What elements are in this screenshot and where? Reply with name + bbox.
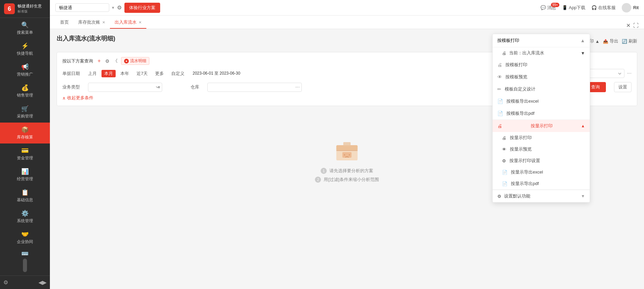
sidebar-item-enterprise[interactable]: 🤝 企业协同 [0,227,50,248]
export-label: 导出 [610,38,618,44]
warehouse-more-icon[interactable]: ··· [295,84,300,90]
dropdown-item-label: 按模板导出pdf [506,110,534,116]
date-option-custom[interactable]: 自定义 [169,70,187,77]
dropdown-footer-label-wrap: ⚙ 设置默认功能 [497,193,530,199]
business-type-chevron-icon[interactable]: ▾ [158,84,160,90]
business-type-field: ▾ [88,83,162,92]
refresh-label: 刷新 [628,38,637,44]
sidebar-item-label: 采购管理 [17,113,33,119]
date-option-more[interactable]: 更多 [152,70,167,77]
display-section-header[interactable]: 🖨 按显示打印 ▲ [493,120,590,132]
dropdown-footer-label: 设置默认功能 [504,193,530,199]
tab-batch-account[interactable]: 库存批次账 ✕ [74,17,110,29]
refresh-icon: 🔄 [622,39,627,44]
doc-type-more-icon[interactable]: ··· [627,70,632,76]
collapse-sidebar-icon[interactable]: ◀▶ [38,279,47,286]
dropdown-title: 按模板打印 [497,37,519,44]
close-tab-button[interactable]: ✕ [626,22,631,29]
tab-inout-flow-close[interactable]: ✕ [139,20,142,25]
dropdown-collapse-icon[interactable]: ▲ [580,38,585,43]
dropdown-current-chevron: ▼ [581,51,585,56]
dropdown-template-excel[interactable]: 📄 按模板导出excel [493,95,590,107]
sidebar-item-search-menu[interactable]: 🔍 搜索菜单 [0,18,50,39]
avatar [622,3,631,12]
topbar-search-input[interactable] [55,3,109,12]
sidebar-item-sales[interactable]: 💰 销售管理 [0,81,50,102]
current-icon: 🖨 [502,51,506,56]
sidebar-item-label: 快捷导航 [17,51,33,56]
dropdown-item-label: 按模板预览 [505,74,527,80]
headset-icon: 🎧 [591,5,597,10]
export-button[interactable]: 📤 导出 [603,38,618,44]
date-option-last-7[interactable]: 近7天 [134,70,150,77]
sidebar-item-basic-info[interactable]: 📋 基础信息 [0,185,50,206]
dropdown-sub-item-label: 按显示打印设置 [509,158,540,164]
topbar-dropdown-icon[interactable]: ▾ [112,5,114,10]
dropdown-display-print[interactable]: 🖨 按显示打印 [493,132,590,143]
expand-button[interactable]: ⛶ [633,23,639,29]
sidebar-item-operations[interactable]: 📊 经营管理 [0,164,50,185]
page-content: 出入库流水(流水明细) 🖨 按模板打印 ▲ 📤 导出 🔄 刷新 [50,29,644,289]
message-button[interactable]: 💬 消息 99+ [540,5,556,11]
filter-add-button[interactable]: ＋ [96,57,102,64]
display-section-chevron: ▲ [581,124,585,128]
preview-icon: 👁 [497,74,502,80]
refresh-button[interactable]: 🔄 刷新 [622,38,637,44]
tab-batch-account-close[interactable]: ✕ [102,20,105,25]
dropdown-display-pdf[interactable]: 📄 按显示导出pdf [493,178,590,189]
sidebar-item-marketing[interactable]: 📢 营销推广 [0,60,50,81]
display-section-title: 按显示打印 [531,123,553,129]
tab-inout-flow[interactable]: 出入库流水 ✕ [110,17,146,29]
topbar-settings-icon[interactable]: ⚙ [117,4,122,11]
app-download-button[interactable]: 📱 App下载 [562,5,585,11]
sidebar-item-guide[interactable]: 🆕 新手引导 [0,248,50,255]
dropdown-current-item[interactable]: 🖨 当前：出入库流水 ▼ [493,47,590,59]
dropdown-template-preview[interactable]: 👁 按模板预览 [493,71,590,83]
filter-gear-button[interactable]: ⚙ [105,58,110,64]
sidebar-item-inventory[interactable]: 📦 库存核算 [0,123,50,143]
dropdown-template-pdf[interactable]: 📄 按模板导出pdf [493,107,590,120]
dropdown-display-preview[interactable]: 👁 按显示预览 [493,143,590,155]
industry-solution-button[interactable]: 体验行业方案 [124,3,160,13]
tab-home[interactable]: 首页 [55,17,74,29]
date-option-this-year[interactable]: 本年 [118,70,132,77]
tab-home-label: 首页 [60,19,69,25]
topbar-right: 💬 消息 99+ 📱 App下载 🎧 在线客服 Rit [540,3,639,12]
sidebar-item-label: 营销推广 [17,72,33,77]
export-icon: 📤 [603,39,608,44]
settings-button[interactable]: 设置 [614,82,632,92]
finance-icon: 💳 [21,147,29,154]
filter-collapse-button[interactable]: 《 [113,58,118,64]
online-service-button[interactable]: 🎧 在线客服 [591,5,616,11]
sidebar-item-quick-nav[interactable]: ⚡ 快捷导航 [0,39,50,60]
date-option-last-month[interactable]: 上月 [85,70,99,77]
print-icon: 🖨 [497,62,502,68]
sidebar-item-finance[interactable]: 💳 资金管理 [0,143,50,164]
purchase-icon: 🛒 [21,105,29,112]
date-option-this-month[interactable]: 本月 [101,70,116,77]
date-filter: 上月 本月 本年 近7天 更多 自定义 [85,70,187,77]
business-type-label: 业务类型 [62,84,80,90]
warehouse-label: 仓库 [191,84,199,90]
app-download-label: App下载 [569,5,585,11]
dropdown-display-excel[interactable]: 📄 按显示导出excel [493,166,590,178]
warehouse-input[interactable] [207,83,302,92]
marketing-icon: 📢 [21,63,29,71]
dropdown-template-print[interactable]: 🖨 按模板打印 [493,59,590,71]
dropdown-template-custom[interactable]: ✏ 模板自定义设计 [493,83,590,95]
sidebar-item-purchase[interactable]: 🛒 采购管理 [0,102,50,123]
dropdown-footer[interactable]: ⚙ 设置默认功能 ▼ [493,190,590,202]
sidebar-scrollbar-thumb[interactable] [23,259,27,272]
business-type-select[interactable] [88,83,162,92]
sidebar-item-label: 库存核算 [17,134,33,140]
guide-icon: 🆕 [21,252,29,255]
app-download-icon: 📱 [562,5,567,10]
filter-tag-label: 流水明细 [130,58,146,64]
message-icon: 💬 [540,5,546,10]
settings-icon[interactable]: ⚙ [3,279,8,286]
search-menu-icon: 🔍 [21,21,29,29]
custom-design-icon: ✏ [497,86,501,92]
dropdown-display-settings[interactable]: ⚙ 按显示打印设置 [493,155,590,166]
user-menu[interactable]: Rit [622,3,639,12]
sidebar-item-system[interactable]: ⚙️ 系统管理 [0,206,50,227]
